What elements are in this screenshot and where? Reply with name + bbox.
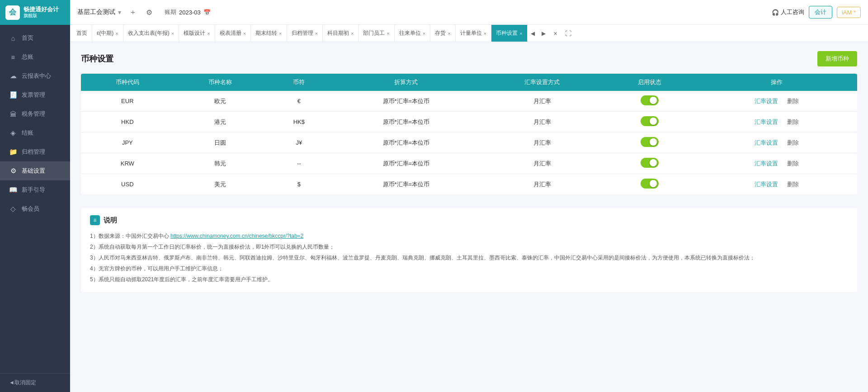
consulting-button[interactable]: 🎧 人工咨询: [772, 8, 804, 16]
tab-close-icon[interactable]: ×: [279, 31, 282, 36]
cell-status[interactable]: [603, 174, 696, 195]
tab-home[interactable]: 首页: [72, 25, 92, 42]
sidebar-item-settings[interactable]: ⚙ 基础设置: [0, 161, 70, 180]
new-currency-button[interactable]: 新增币种: [817, 51, 857, 66]
tab-archive[interactable]: 归档管理 ×: [287, 25, 323, 42]
tab-unit[interactable]: 计量单位 ×: [456, 25, 491, 42]
sidebar-item-home[interactable]: ⌂ 首页: [0, 28, 70, 47]
enable-toggle[interactable]: [641, 95, 659, 105]
cell-rate-type: 月汇率: [481, 153, 603, 174]
rate-setting-link[interactable]: 汇率设置: [755, 118, 778, 125]
tab-next-btn[interactable]: ▶: [538, 25, 549, 42]
tab-epsilon[interactable]: ε(中期) ×: [92, 25, 123, 42]
cell-status[interactable]: [603, 91, 696, 112]
delete-link[interactable]: 删除: [787, 139, 799, 146]
company-selector[interactable]: 基层工会测试 ▾: [77, 8, 121, 16]
logo-text: 畅捷通好会计 旗舰版: [24, 6, 59, 19]
tab-currency[interactable]: 币种设置 ×: [491, 25, 527, 42]
tab-close-icon[interactable]: ×: [351, 31, 354, 36]
rate-setting-link[interactable]: 汇率设置: [755, 181, 778, 188]
tab-inventory[interactable]: 存货 ×: [430, 25, 455, 42]
tab-close-icon[interactable]: ×: [171, 31, 174, 36]
tax-icon: 🏛: [9, 110, 17, 118]
calendar-icon[interactable]: 📅: [203, 9, 211, 16]
main-area: 基层工会测试 ▾ ＋ ⚙ 账期 2023-03 📅 🎧 人工咨询 会计 iAM …: [70, 0, 868, 392]
tab-close-icon[interactable]: ×: [387, 31, 389, 36]
cell-code: EUR: [81, 91, 174, 112]
member-icon: ◇: [9, 205, 17, 213]
content-area: 币种设置 新增币种 币种代码 币种名称 币符 折算方式 汇率设置方式 启用状态 …: [70, 42, 868, 392]
settings-button[interactable]: ⚙: [143, 6, 156, 19]
sidebar-item-label: 发票管理: [22, 91, 45, 99]
settings-icon: ⚙: [9, 167, 17, 175]
sidebar-item-ledger[interactable]: ≡ 总账: [0, 47, 70, 66]
delete-link[interactable]: 删除: [787, 181, 799, 188]
cell-name: 日圆: [174, 132, 267, 153]
tab-close-icon[interactable]: ×: [315, 31, 318, 36]
rate-setting-link[interactable]: 汇率设置: [755, 139, 778, 146]
cell-status[interactable]: [603, 112, 696, 132]
topbar-actions: ＋ ⚙: [127, 6, 156, 19]
tab-maximize-btn[interactable]: ⛶: [562, 25, 575, 42]
tab-prev-btn[interactable]: ◀: [528, 25, 538, 42]
rate-setting-link[interactable]: 汇率设置: [755, 98, 778, 104]
sidebar-item-cloud[interactable]: ☁ 云报表中心: [0, 66, 70, 85]
cell-name: 港元: [174, 112, 267, 132]
enable-toggle[interactable]: [641, 137, 659, 147]
tab-income-report[interactable]: 收入支出表(年报) ×: [123, 25, 179, 42]
sidebar-pin-toggle[interactable]: ◄取消固定: [0, 373, 70, 392]
tab-template[interactable]: 模版设计 ×: [179, 25, 215, 42]
sidebar-nav: ⌂ 首页 ≡ 总账 ☁ 云报表中心 🧾 发票管理 🏛 税务管理 ◈ 结账 📁 归…: [0, 25, 70, 373]
cell-rate-type: 月汇率: [481, 112, 603, 132]
tab-close-all-btn[interactable]: ×: [549, 25, 562, 42]
col-symbol: 币符: [267, 74, 331, 91]
account-button[interactable]: 会计: [809, 6, 832, 19]
tab-contacts[interactable]: 往来单位 ×: [395, 25, 430, 42]
tab-close-icon[interactable]: ×: [115, 31, 118, 36]
tab-close-icon[interactable]: ×: [207, 31, 210, 36]
add-button[interactable]: ＋: [127, 6, 139, 19]
ledger-icon: ≡: [9, 53, 17, 61]
tab-label: 模版设计: [184, 29, 205, 37]
delete-link[interactable]: 删除: [787, 118, 799, 125]
cell-name: 美元: [174, 174, 267, 195]
col-name: 币种名称: [174, 74, 267, 91]
sidebar-item-archive[interactable]: 📁 归档管理: [0, 142, 70, 161]
enable-toggle[interactable]: [641, 158, 659, 168]
cell-symbol: $: [267, 174, 331, 195]
delete-link[interactable]: 删除: [787, 160, 799, 167]
tab-label: 归档管理: [292, 29, 313, 37]
enable-toggle[interactable]: [641, 179, 659, 189]
sidebar: 会 畅捷通好会计 旗舰版 ⌂ 首页 ≡ 总账 ☁ 云报表中心 🧾 发票管理 🏛 …: [0, 0, 70, 392]
sidebar-item-tax[interactable]: 🏛 税务管理: [0, 104, 70, 123]
company-dropdown-icon: ▾: [118, 9, 121, 16]
rate-setting-link[interactable]: 汇率设置: [755, 160, 778, 167]
sidebar-item-invoice[interactable]: 🧾 发票管理: [0, 85, 70, 104]
cell-code: KRW: [81, 153, 174, 174]
cell-rate-type: 月汇率: [481, 132, 603, 153]
table-row: EUR 欧元 € 原币*汇率=本位币 月汇率 汇率设置 删除: [81, 91, 857, 112]
tab-close-icon[interactable]: ×: [519, 31, 522, 36]
sidebar-item-guide[interactable]: 📖 新手引导: [0, 180, 70, 199]
notice-link[interactable]: https://www.chinamoney.com.cn/chinese/bk…: [170, 233, 303, 239]
tab-period-end[interactable]: 期末结转 ×: [251, 25, 287, 42]
cell-status[interactable]: [603, 132, 696, 153]
tab-close-icon[interactable]: ×: [448, 31, 450, 36]
delete-link[interactable]: 删除: [787, 98, 799, 104]
toggle-track: [641, 137, 659, 147]
period-value[interactable]: 2023-03: [179, 9, 201, 16]
cell-symbol: €: [267, 91, 331, 112]
tab-close-icon[interactable]: ×: [423, 31, 425, 36]
tab-close-icon[interactable]: ×: [243, 31, 246, 36]
sidebar-item-label: 基础设置: [22, 167, 45, 175]
tab-subject-init[interactable]: 科目期初 ×: [323, 25, 359, 42]
tab-label: 收入支出表(年报): [128, 29, 170, 37]
company-name: 基层工会测试: [77, 8, 115, 16]
cell-status[interactable]: [603, 153, 696, 174]
tab-tax-table[interactable]: 税表清册 ×: [215, 25, 251, 42]
sidebar-item-member[interactable]: ◇ 畅会员: [0, 199, 70, 218]
tab-close-icon[interactable]: ×: [484, 31, 486, 36]
tab-department[interactable]: 部门员工 ×: [359, 25, 394, 42]
enable-toggle[interactable]: [641, 116, 659, 126]
sidebar-item-checkout[interactable]: ◈ 结账: [0, 123, 70, 142]
